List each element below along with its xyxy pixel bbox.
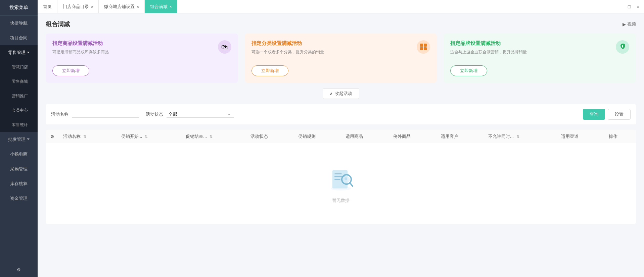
query-button[interactable]: 查询 [583, 109, 605, 120]
promo-card-goods-title: 指定商品设置满减活动 [52, 40, 231, 47]
th-no-concurrent[interactable]: 不允许同时... ⇅ [484, 130, 557, 143]
svg-rect-6 [334, 173, 342, 174]
svg-rect-0 [420, 44, 423, 47]
th-promo-start[interactable]: 促销开始... ⇅ [117, 130, 182, 143]
sidebar-item-inventory-check[interactable]: 库存核算 [0, 176, 38, 191]
promo-card-brand-desc: 适合与上游企业联合做营销，提升品牌销量 [450, 49, 629, 60]
promo-card-brand-title: 指定品牌设置满减活动 [450, 40, 629, 47]
tab-wechat-store-close[interactable]: × [137, 5, 139, 9]
tab-home[interactable]: 首页 [38, 0, 57, 13]
th-settings[interactable]: ⚙ [46, 130, 59, 143]
play-icon: ▶ [623, 22, 626, 27]
filter-actions: 查询 设置 [583, 109, 631, 120]
svg-rect-1 [424, 44, 427, 47]
empty-state: 暂无数据 [46, 143, 636, 224]
sidebar-item-member-center[interactable]: 会员中心 [0, 103, 38, 118]
activity-status-select-wrapper: 全部 进行中 已结束 未开始 [167, 111, 234, 118]
tab-combo-discount-close[interactable]: × [170, 5, 172, 9]
sidebar-item-smart-store[interactable]: 智慧门店 [0, 60, 38, 74]
sidebar-search[interactable]: 搜索菜单 [0, 0, 38, 16]
sidebar-item-purchase-mgmt[interactable]: 采购管理 [0, 162, 38, 176]
svg-rect-8 [334, 179, 340, 180]
minimize-button[interactable]: □ [627, 4, 632, 9]
content-area: 组合满减 ▶ 视频 🛍 指定商品设置满减活动 可指定滞销商品或库存较多商品 立即… [38, 13, 644, 277]
sidebar-item-quick-nav[interactable]: 快捷导航 [0, 16, 38, 31]
table-header: ⚙ 活动名称 ⇅ 促销开始... ⇅ 促销结束... ⇅ [46, 130, 636, 143]
th-operation: 操作 [605, 130, 636, 143]
svg-rect-2 [420, 47, 423, 50]
promo-card-goods-btn[interactable]: 立即新增 [52, 65, 89, 76]
promo-card-category-btn[interactable]: 立即新增 [251, 65, 288, 76]
activity-name-label: 活动名称 [51, 111, 68, 117]
main-area: 首页 门店商品目录 × 微商城店铺设置 × 组合满减 × □ × 组合满减 ▶ … [38, 0, 644, 277]
promo-cards-row: 🛍 指定商品设置满减活动 可指定滞销商品或库存较多商品 立即新增 指定分类设置满… [46, 34, 636, 83]
th-exception-goods: 例外商品 [389, 130, 437, 143]
th-applicable-customer: 适用客户 [437, 130, 485, 143]
svg-line-11 [350, 183, 353, 186]
collapse-button[interactable]: ∧ 收起活动 [323, 88, 359, 99]
settings-button[interactable]: 设置 [608, 109, 631, 120]
tab-store-catalog[interactable]: 门店商品目录 × [57, 0, 99, 13]
collapse-icon: ∧ [330, 91, 333, 96]
sidebar-item-fund-mgmt[interactable]: 资金管理 [0, 191, 38, 206]
page-header: 组合满减 ▶ 视频 [46, 20, 636, 28]
collapse-bar: ∧ 收起活动 [46, 88, 636, 99]
promo-card-goods-icon: 🛍 [218, 40, 231, 54]
promo-card-category: 指定分类设置满减活动 可选一个或者多个分类，提升分类的销量 立即新增 [245, 34, 437, 83]
activity-status-filter: 活动状态 全部 进行中 已结束 未开始 [146, 111, 234, 118]
video-link[interactable]: ▶ 视频 [623, 21, 636, 27]
th-activity-status: 活动状态 [246, 130, 294, 143]
th-activity-name[interactable]: 活动名称 ⇅ [59, 130, 117, 143]
data-table: ⚙ 活动名称 ⇅ 促销开始... ⇅ 促销结束... ⇅ [46, 130, 636, 224]
sort-icon-activity-name: ⇅ [83, 134, 86, 139]
sidebar-item-marketing[interactable]: 营销推广 [0, 89, 38, 103]
sidebar: 搜索菜单 快捷导航 项目合同 零售管理 智慧门店 零售商城 营销推广 会员中心 … [0, 0, 38, 277]
sidebar-item-retail-stats[interactable]: 零售统计 [0, 118, 38, 132]
sidebar-item-wholesale-mgmt[interactable]: 批发管理 [0, 132, 38, 147]
th-promo-rules: 促销规则 [294, 130, 342, 143]
activity-name-input[interactable] [72, 111, 139, 118]
sort-icon-promo-end: ⇅ [210, 134, 213, 139]
svg-rect-3 [424, 47, 427, 50]
sidebar-item-retail-mall[interactable]: 零售商城 [0, 74, 38, 89]
sort-icon-no-concurrent: ⇅ [516, 134, 519, 139]
promo-card-goods-desc: 可指定滞销商品或库存较多商品 [52, 49, 231, 60]
th-applicable-goods: 适用商品 [341, 130, 389, 143]
svg-point-12 [344, 177, 347, 180]
sidebar-settings-icon[interactable]: ⚙ [0, 263, 38, 277]
activity-status-select[interactable]: 全部 进行中 已结束 未开始 [167, 111, 234, 118]
promo-card-category-title: 指定分类设置满减活动 [251, 40, 430, 47]
activity-name-filter: 活动名称 [51, 111, 139, 118]
tab-bar: 首页 门店商品目录 × 微商城店铺设置 × 组合满减 × □ × [38, 0, 644, 13]
tab-store-catalog-close[interactable]: × [91, 5, 93, 9]
sidebar-item-project-contract[interactable]: 项目合同 [0, 31, 38, 45]
promo-card-category-desc: 可选一个或者多个分类，提升分类的销量 [251, 49, 430, 60]
empty-icon [326, 163, 356, 193]
activity-status-label: 活动状态 [146, 111, 163, 117]
promo-card-brand-btn[interactable]: 立即新增 [450, 65, 487, 76]
filter-row: 活动名称 活动状态 全部 进行中 已结束 未开始 查询 设置 [46, 104, 636, 124]
sidebar-item-xiaochang-ecom[interactable]: 小畅电商 [0, 147, 38, 162]
page-title: 组合满减 [46, 20, 70, 28]
th-promo-end[interactable]: 促销结束... ⇅ [182, 130, 246, 143]
promo-card-goods: 🛍 指定商品设置满减活动 可指定滞销商品或库存较多商品 立即新增 [46, 34, 238, 83]
close-button[interactable]: × [635, 4, 641, 9]
sort-icon-promo-start: ⇅ [145, 134, 148, 139]
table-body: 暂无数据 [46, 143, 636, 224]
empty-text: 暂无数据 [332, 198, 350, 204]
data-table-container: ⚙ 活动名称 ⇅ 促销开始... ⇅ 促销结束... ⇅ [46, 130, 636, 224]
window-controls: □ × [627, 4, 644, 9]
tab-wechat-store[interactable]: 微商城店铺设置 × [99, 0, 144, 13]
promo-card-brand: 指定品牌设置满减活动 适合与上游企业联合做营销，提升品牌销量 立即新增 [444, 34, 636, 83]
promo-card-brand-icon [616, 40, 629, 54]
th-applicable-channel: 适用渠道 [557, 130, 605, 143]
tab-combo-discount[interactable]: 组合满减 × [145, 0, 177, 13]
sidebar-item-retail-mgmt[interactable]: 零售管理 [0, 45, 38, 60]
